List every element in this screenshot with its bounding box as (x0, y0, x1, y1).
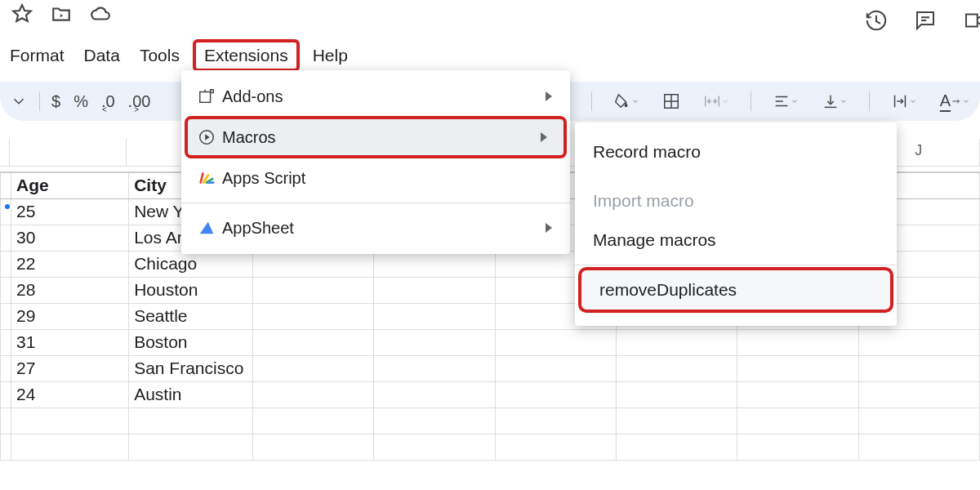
menu-separator (181, 203, 570, 203)
appsscript-icon (191, 169, 222, 187)
menu-item-addons[interactable]: Add-ons (181, 77, 570, 116)
decrease-decimal-button[interactable]: .0 (95, 89, 122, 114)
menu-help[interactable]: Help (303, 42, 358, 69)
chevron-right-icon (546, 91, 552, 101)
macros-submenu: Record macro Import macro Manage macros … (575, 122, 897, 326)
cell: Austin (129, 381, 253, 408)
cell: 29 (11, 303, 129, 329)
history-icon[interactable] (864, 8, 889, 36)
appsheet-icon (191, 219, 222, 237)
chevron-right-icon (546, 223, 552, 233)
menu-tools[interactable]: Tools (130, 42, 189, 69)
menu-data[interactable]: Data (74, 42, 130, 69)
move-folder-icon[interactable] (51, 3, 72, 28)
star-icon[interactable] (11, 3, 33, 28)
svg-rect-1 (200, 92, 211, 103)
cell: 25 (11, 198, 129, 225)
cell: 28 (11, 277, 129, 303)
increase-decimal-button[interactable]: .00 (122, 89, 158, 114)
text-wrap-button[interactable] (884, 89, 924, 114)
submenu-manage-macros[interactable]: Manage macros (575, 220, 897, 260)
submenu-record-macro[interactable]: Record macro (575, 132, 897, 172)
cell: Seattle (129, 303, 253, 329)
menubar: Format Data Tools Extensions Help (0, 42, 358, 69)
h-align-button[interactable] (766, 89, 805, 114)
cloud-icon[interactable] (90, 3, 111, 28)
submenu-remove-duplicates[interactable]: removeDuplicates (581, 270, 890, 310)
menu-item-macros[interactable]: Macros (186, 118, 565, 157)
table-row[interactable]: 27San Francisco (1, 355, 980, 381)
fill-color-button[interactable] (607, 89, 646, 114)
cell: 31 (11, 329, 129, 355)
meet-icon[interactable] (962, 8, 980, 36)
menu-item-label: Macros (222, 128, 276, 147)
addons-icon (191, 87, 222, 105)
selection-handle[interactable] (3, 203, 11, 211)
dropdown-icon[interactable] (3, 89, 34, 114)
cell: San Francisco (129, 355, 253, 381)
borders-button[interactable] (656, 89, 687, 114)
cell: Chicago (129, 251, 253, 277)
age-header: Age (11, 172, 129, 198)
menu-item-label: Apps Script (222, 169, 305, 188)
cell: 27 (11, 355, 129, 381)
text-rotation-button[interactable]: A (933, 88, 977, 115)
table-row[interactable] (1, 408, 980, 434)
cell: Houston (129, 277, 253, 303)
menu-separator (575, 265, 897, 265)
extensions-menu: Add-ons Macros Apps Script AppSheet (181, 70, 570, 254)
cell: 22 (11, 251, 129, 277)
table-row[interactable]: 24Austin (1, 381, 980, 408)
menu-extensions[interactable]: Extensions (193, 39, 300, 72)
table-row[interactable] (1, 434, 980, 460)
col-head[interactable] (10, 139, 127, 167)
cell: Boston (129, 329, 253, 355)
play-icon (191, 128, 222, 146)
menu-item-label: Add-ons (222, 87, 283, 106)
percent-button[interactable]: % (67, 89, 95, 114)
col-head[interactable] (0, 139, 10, 167)
cell: 24 (11, 381, 129, 408)
chevron-right-icon (541, 132, 547, 142)
comment-icon[interactable] (913, 8, 938, 36)
menu-item-apps-script[interactable]: Apps Script (181, 158, 570, 198)
menu-item-appsheet[interactable]: AppSheet (181, 208, 570, 247)
merge-button[interactable] (697, 89, 736, 114)
cell: 30 (11, 225, 129, 251)
menu-format[interactable]: Format (0, 42, 74, 69)
currency-button[interactable]: $ (45, 89, 67, 114)
submenu-import-macro: Import macro (575, 181, 897, 220)
menu-item-label: AppSheet (222, 219, 294, 238)
table-row[interactable]: 31Boston (1, 329, 980, 355)
v-align-button[interactable] (815, 89, 854, 114)
